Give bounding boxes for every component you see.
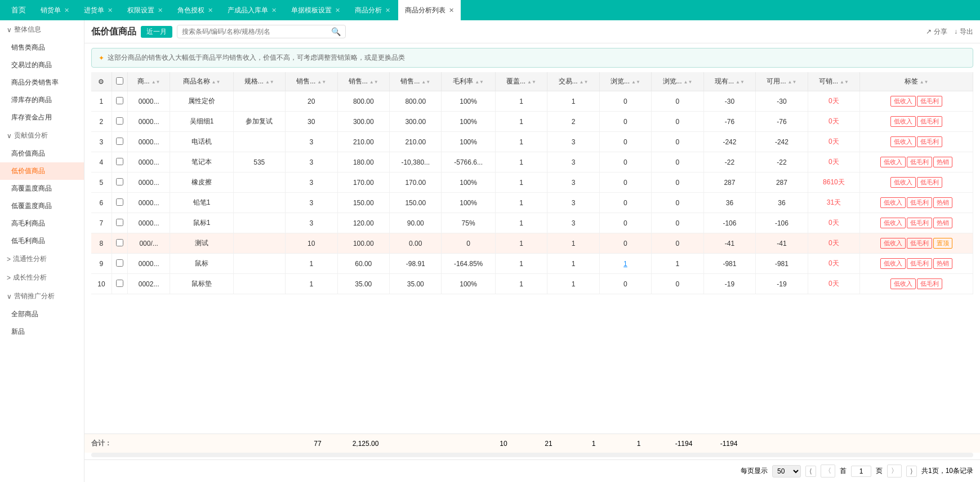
sort-icon[interactable]: ▲▼ bbox=[736, 80, 745, 85]
td-available-stock: -41 bbox=[756, 233, 808, 254]
sort-icon[interactable]: ▲▼ bbox=[580, 80, 589, 85]
sort-icon[interactable]: ▲▼ bbox=[684, 80, 693, 85]
sidebar-group-overall[interactable]: ∨ 整体信息 bbox=[0, 20, 84, 39]
close-icon[interactable]: ✕ bbox=[158, 7, 163, 14]
export-link[interactable]: ↓ 导出 bbox=[954, 27, 973, 37]
td-spec bbox=[233, 233, 285, 254]
td-trade: 1 bbox=[547, 254, 599, 274]
close-icon[interactable]: ✕ bbox=[449, 7, 454, 14]
sort-icon[interactable]: ▲▼ bbox=[527, 80, 536, 85]
sort-icon[interactable]: ▲▼ bbox=[475, 80, 484, 85]
tag-badge: 低收入 bbox=[880, 258, 906, 269]
next-page-button[interactable]: 〉 bbox=[887, 465, 902, 477]
row-checkbox[interactable] bbox=[116, 158, 123, 165]
nav-tab-templates[interactable]: 单据模板设置 ✕ bbox=[284, 0, 347, 20]
td-sales-profit: -98.91 bbox=[390, 254, 442, 274]
select-all-checkbox[interactable] bbox=[116, 77, 123, 85]
time-filter-button[interactable]: 近一月 bbox=[141, 26, 172, 38]
tag-badge: 低毛利 bbox=[907, 218, 932, 228]
nav-tab-roles[interactable]: 角色授权 ✕ bbox=[171, 0, 220, 20]
td-sellable-days: 0天 bbox=[808, 91, 859, 112]
row-checkbox[interactable] bbox=[116, 178, 123, 185]
sidebar-item-stale-goods[interactable]: 滞库存的商品 bbox=[0, 91, 84, 109]
sidebar-item-high-value[interactable]: 高价值商品 bbox=[0, 145, 84, 162]
first-page-button[interactable]: ⟨ bbox=[805, 466, 816, 477]
row-checkbox[interactable] bbox=[116, 259, 123, 267]
tag-badge: 低收入 bbox=[880, 238, 906, 249]
table-row: 9 0000... 鼠标 1 60.00 -98.91 -164.85% 1 1… bbox=[91, 254, 973, 274]
close-icon[interactable]: ✕ bbox=[271, 7, 277, 14]
close-icon[interactable]: ✕ bbox=[385, 7, 390, 14]
row-checkbox[interactable] bbox=[116, 97, 123, 104]
nav-tab-purchase[interactable]: 进货单 ✕ bbox=[77, 0, 119, 20]
td-sales-qty: 10 bbox=[286, 233, 337, 254]
sort-icon[interactable]: ▲▼ bbox=[421, 80, 430, 85]
sidebar-group-growth[interactable]: > 成长性分析 bbox=[0, 268, 84, 287]
nav-tab-sales[interactable]: 销货单 ✕ bbox=[34, 0, 76, 20]
sidebar-item-high-coverage[interactable]: 高覆盖度商品 bbox=[0, 180, 84, 197]
close-icon[interactable]: ✕ bbox=[208, 7, 213, 14]
sidebar-group-circulation[interactable]: > 流通性分析 bbox=[0, 250, 84, 268]
main-layout: ∨ 整体信息 销售类商品 交易过的商品 商品分类销售率 滞库存的商品 库存资金占… bbox=[0, 20, 980, 482]
sort-icon[interactable]: ▲▼ bbox=[788, 80, 797, 85]
tag-badge: 低毛利 bbox=[917, 278, 942, 289]
row-checkbox[interactable] bbox=[116, 198, 123, 206]
td-checkbox bbox=[112, 173, 127, 193]
search-input[interactable] bbox=[182, 28, 328, 36]
close-icon[interactable]: ✕ bbox=[108, 7, 113, 14]
row-checkbox[interactable] bbox=[116, 219, 123, 226]
sidebar-item-low-coverage[interactable]: 低覆盖度商品 bbox=[0, 197, 84, 215]
nav-tab-analysis-list[interactable]: 商品分析列表 ✕ bbox=[398, 0, 461, 20]
share-link[interactable]: ↗ 分享 bbox=[926, 27, 947, 37]
sidebar-item-low-value[interactable]: 低价值商品 bbox=[0, 162, 84, 180]
nav-tab-home[interactable]: 首页 bbox=[5, 0, 33, 20]
nav-tab-production[interactable]: 产成品入库单 ✕ bbox=[221, 0, 283, 20]
search-icon[interactable]: 🔍 bbox=[331, 27, 341, 36]
sidebar-item-category-rate[interactable]: 商品分类销售率 bbox=[0, 74, 84, 91]
per-page-select[interactable]: 50 100 200 bbox=[772, 465, 801, 477]
close-icon[interactable]: ✕ bbox=[335, 7, 340, 14]
sidebar-item-all-goods[interactable]: 全部商品 bbox=[0, 306, 84, 323]
sidebar-group-contribution[interactable]: ∨ 贡献值分析 bbox=[0, 126, 84, 145]
sort-icon[interactable]: ▲▼ bbox=[920, 80, 929, 85]
prev-page-button[interactable]: 〈 bbox=[821, 465, 835, 477]
page-number-input[interactable] bbox=[851, 466, 871, 477]
td-margin: 100% bbox=[442, 193, 495, 213]
nav-tab-analysis[interactable]: 商品分析 ✕ bbox=[348, 0, 397, 20]
sidebar-item-high-margin[interactable]: 高毛利商品 bbox=[0, 215, 84, 232]
table-row: 7 0000... 鼠标1 3 120.00 90.00 75% 1 3 0 0… bbox=[91, 213, 973, 233]
sort-icon[interactable]: ▲▼ bbox=[369, 80, 378, 85]
sort-icon[interactable]: ▲▼ bbox=[212, 80, 221, 85]
row-checkbox[interactable] bbox=[116, 239, 123, 246]
th-settings[interactable]: ⚙ bbox=[91, 72, 112, 91]
nav-tab-permissions[interactable]: 权限设置 ✕ bbox=[121, 0, 170, 20]
row-checkbox[interactable] bbox=[116, 280, 123, 287]
row-checkbox[interactable] bbox=[116, 138, 123, 145]
td-tags: 低收入低毛利 bbox=[860, 91, 973, 112]
th-sales-profit: 销售...▲▼ bbox=[390, 72, 442, 91]
sort-icon[interactable]: ▲▼ bbox=[152, 80, 161, 85]
td-browse1: 0 bbox=[599, 112, 651, 132]
td-sales-amt: 100.00 bbox=[337, 233, 389, 254]
sort-icon[interactable]: ▲▼ bbox=[631, 80, 640, 85]
sidebar-group-marketing[interactable]: ∨ 营销推广分析 bbox=[0, 287, 84, 306]
sidebar-item-new-goods[interactable]: 新品 bbox=[0, 323, 84, 341]
sidebar-item-traded-goods[interactable]: 交易过的商品 bbox=[0, 56, 84, 74]
sort-icon[interactable]: ▲▼ bbox=[265, 80, 274, 85]
close-icon[interactable]: ✕ bbox=[64, 7, 69, 14]
th-available-stock: 可用...▲▼ bbox=[756, 72, 808, 91]
last-page-button[interactable]: ⟩ bbox=[906, 466, 917, 477]
row-checkbox[interactable] bbox=[116, 117, 123, 125]
browse-link[interactable]: 1 bbox=[623, 260, 627, 268]
sidebar-item-sales-goods[interactable]: 销售类商品 bbox=[0, 39, 84, 56]
td-spec bbox=[233, 173, 285, 193]
browse-value: 0 bbox=[623, 138, 627, 146]
td-current-stock: -106 bbox=[703, 213, 755, 233]
sidebar-item-low-margin[interactable]: 低毛利商品 bbox=[0, 232, 84, 250]
sort-icon[interactable]: ▲▼ bbox=[840, 80, 849, 85]
sidebar-item-stock-capital[interactable]: 库存资金占用 bbox=[0, 109, 84, 126]
horizontal-scrollbar[interactable] bbox=[91, 453, 973, 457]
td-spec bbox=[233, 254, 285, 274]
td-browse2: 0 bbox=[652, 193, 703, 213]
sort-icon[interactable]: ▲▼ bbox=[317, 80, 326, 85]
